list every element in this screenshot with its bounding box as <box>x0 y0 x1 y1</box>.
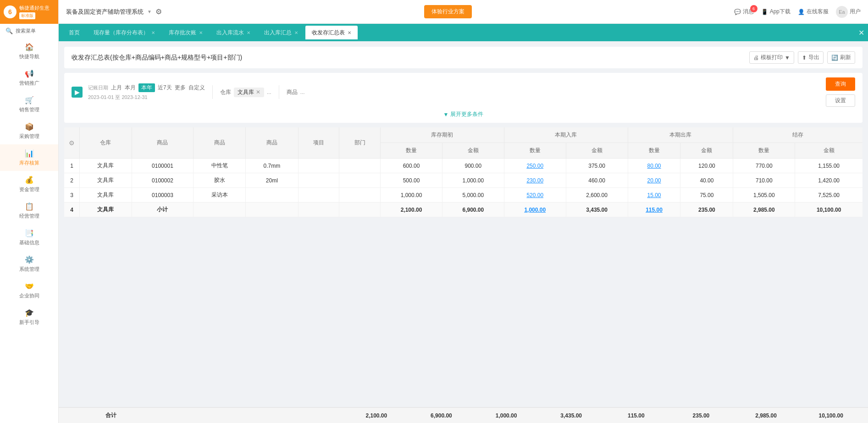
basicinfo-icon: 📑 <box>25 229 34 237</box>
row-out-amt: 40.00 <box>680 173 733 188</box>
tab-close-icon[interactable]: ✕ <box>247 30 250 35</box>
subtotal-open-amt: 6,900.00 <box>442 203 504 217</box>
footer-open-amt: 6,900.00 <box>409 412 474 419</box>
row-open-amt: 1,000.00 <box>442 173 504 188</box>
row-num: 2 <box>64 173 80 188</box>
filter-expand-button[interactable]: ▼ 展开更多条件 <box>72 110 855 118</box>
tab-bar: 首页 现存量（库存分布表） ✕ 库存批次账 ✕ 出入库流水 ✕ 出入库汇总 ✕ … <box>59 24 868 41</box>
col-open-qty-header: 数量 <box>381 143 442 159</box>
expand-icon: ▼ <box>443 111 449 118</box>
tab-stock-distribution[interactable]: 现存量（库存分布表） ✕ <box>87 26 161 39</box>
in-qty-link[interactable]: 230.00 <box>526 177 543 184</box>
col-closing-header: 结存 <box>733 127 862 143</box>
sidebar-item-label: 系统管理 <box>19 266 39 273</box>
subtotal-close-amt: 10,100.00 <box>795 203 862 217</box>
col-settings-header: ⚙ <box>64 127 80 159</box>
subtotal-empty4 <box>339 203 381 217</box>
row-dept <box>339 188 381 203</box>
out-qty-link[interactable]: 20.00 <box>647 177 661 184</box>
sidebar-item-purchase[interactable]: 📦 采购管理 <box>0 118 58 144</box>
tab-label: 出入库汇总 <box>264 29 292 37</box>
out-qty-link[interactable]: 80.00 <box>647 163 661 169</box>
refresh-icon: 🔄 <box>831 55 838 61</box>
query-button[interactable]: 查询 <box>826 77 855 91</box>
sidebar-item-quicknav[interactable]: 🏠 快捷导航 <box>0 38 58 65</box>
row-in-amt: 2,600.00 <box>566 188 628 203</box>
tab-batch[interactable]: 库存批次账 ✕ <box>162 26 209 39</box>
tab-close-icon[interactable]: ✕ <box>151 30 155 35</box>
tab-label: 现存量（库存分布表） <box>94 29 149 37</box>
sidebar-item-system[interactable]: ⚙️ 系统管理 <box>0 251 58 277</box>
sidebar-item-basic-info[interactable]: 📑 基础信息 <box>0 224 58 251</box>
sidebar-item-guide[interactable]: 🎓 新手引导 <box>0 304 58 330</box>
row-open-qty: 600.00 <box>381 159 442 173</box>
row-dept <box>339 173 381 188</box>
export-button[interactable]: ⬆ 导出 <box>798 51 824 64</box>
system-dropdown-icon[interactable]: ▼ <box>147 9 152 14</box>
row-code: 0100003 <box>132 188 194 203</box>
filter-date-custom[interactable]: 自定义 <box>188 84 205 92</box>
refresh-label: 刷新 <box>840 54 851 61</box>
col-spec-header: 商品 <box>245 127 298 159</box>
sidebar-item-finance[interactable]: 💰 资金管理 <box>0 171 58 198</box>
tab-close-icon[interactable]: ✕ <box>294 30 298 35</box>
app-download-button[interactable]: 📱 App下载 <box>761 8 791 16</box>
subtotal-num: 4 <box>64 203 80 217</box>
tab-stock-summary[interactable]: 收发存汇总表 ✕ <box>305 26 358 39</box>
messages-button[interactable]: 💬 消息 6 <box>734 8 754 16</box>
filter-bar: ▶ 记账日期 上月 本月 本年 近7天 更多 自定义 2023-01-01 至 … <box>64 73 862 123</box>
col-code-header: 商品 <box>132 127 194 159</box>
tab-home[interactable]: 首页 <box>62 26 86 39</box>
subtotal-in-qty: 1,000.00 <box>504 203 566 217</box>
in-qty-link[interactable]: 520.00 <box>526 192 543 198</box>
subtotal-out-qty-link[interactable]: 115.00 <box>646 207 663 213</box>
row-in-amt: 460.00 <box>566 173 628 188</box>
filter-warehouse-more[interactable]: ... <box>267 89 271 95</box>
filter-date-section: 记账日期 上月 本月 本年 近7天 更多 自定义 2023-01-01 至 20… <box>88 83 205 101</box>
sidebar-item-collaboration[interactable]: 🤝 企业协同 <box>0 277 58 304</box>
sidebar-item-inventory[interactable]: 📊 库存核算 <box>0 144 58 171</box>
filter-date-this-year[interactable]: 本年 <box>138 83 155 92</box>
trial-button[interactable]: 体验行业方案 <box>424 5 472 18</box>
column-settings-icon[interactable]: ⚙ <box>69 139 75 147</box>
tab-flow[interactable]: 出入库流水 ✕ <box>210 26 257 39</box>
settings-button[interactable]: 设置 <box>826 94 855 107</box>
table-row: 1 文具库 0100001 中性笔 0.7mm 600.00 900.00 25… <box>64 159 862 173</box>
filter-date-more[interactable]: 更多 <box>175 84 186 92</box>
sidebar-item-search[interactable]: 🔍 搜索菜单 <box>0 24 58 38</box>
tab-close-icon[interactable]: ✕ <box>199 30 203 35</box>
row-in-qty: 520.00 <box>504 188 566 203</box>
refresh-button[interactable]: 🔄 刷新 <box>827 51 855 64</box>
filter-date-7days[interactable]: 近7天 <box>158 84 172 92</box>
online-service-button[interactable]: 👤 在线客服 <box>798 8 829 16</box>
filter-warehouse-remove-icon[interactable]: ✕ <box>256 89 260 95</box>
row-name: 胶水 <box>194 173 246 188</box>
sidebar-item-label: 基础信息 <box>19 239 39 246</box>
sidebar-logo: 6 畅捷通好生意 标准版 <box>0 0 58 24</box>
row-spec <box>245 188 298 203</box>
row-warehouse: 文具库 <box>80 188 132 203</box>
user-menu[interactable]: Ea 用户 <box>836 6 861 18</box>
filter-goods-more[interactable]: ... <box>300 89 305 95</box>
sidebar-item-operations[interactable]: 📋 经营管理 <box>0 198 58 224</box>
table-row: 3 文具库 0100003 采访本 1,000.00 5,000.00 520.… <box>64 188 862 203</box>
subtotal-in-qty-link[interactable]: 1,000.00 <box>524 207 546 213</box>
tab-close-icon[interactable]: ✕ <box>348 30 351 35</box>
filter-date-prev-month[interactable]: 上月 <box>111 84 122 92</box>
row-open-amt: 900.00 <box>442 159 504 173</box>
tab-label: 出入库流水 <box>216 29 244 37</box>
out-qty-link[interactable]: 15.00 <box>647 192 661 198</box>
print-button[interactable]: 🖨 模板打印 ▼ <box>749 51 794 64</box>
filter-date-this-month[interactable]: 本月 <box>125 84 136 92</box>
topbar-settings-icon[interactable]: ⚙ <box>155 7 162 16</box>
sidebar-item-marketing[interactable]: 📢 营销推广 <box>0 65 58 91</box>
close-all-tabs-button[interactable]: ✕ <box>858 28 864 37</box>
sidebar-item-sales[interactable]: 🛒 销售管理 <box>0 91 58 118</box>
filter-warehouse-tag[interactable]: 文具库 ✕ <box>234 88 264 97</box>
in-qty-link[interactable]: 250.00 <box>526 163 543 169</box>
col-in-qty-header: 数量 <box>504 143 566 159</box>
row-num: 1 <box>64 159 80 173</box>
filter-collapse-button[interactable]: ▶ <box>72 87 83 98</box>
marketing-icon: 📢 <box>25 69 34 78</box>
tab-summary-inout[interactable]: 出入库汇总 ✕ <box>258 26 304 39</box>
